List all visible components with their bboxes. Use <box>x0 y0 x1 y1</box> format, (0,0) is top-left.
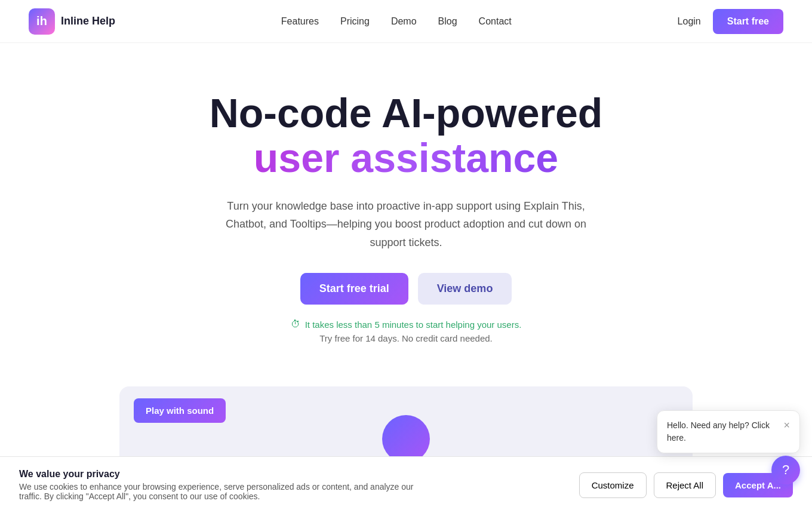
cookie-buttons: Customize Reject All Accept A... <box>579 472 793 483</box>
start-trial-button[interactable]: Start free trial <box>300 273 408 305</box>
logo-icon: ih <box>29 8 55 35</box>
hero-trust-line2: Try free for 14 days. No credit card nee… <box>319 333 493 343</box>
clock-icon: ⏱ <box>291 319 300 330</box>
reject-all-button[interactable]: Reject All <box>654 472 716 483</box>
chat-widget: Hello. Need any help? Click here. × <box>657 410 800 453</box>
nav-pricing[interactable]: Pricing <box>340 16 370 26</box>
hero-section: No-code AI-powered user assistance Turn … <box>137 43 675 372</box>
hero-buttons: Start free trial View demo <box>152 273 660 305</box>
hero-title-line2: user assistance <box>152 136 660 180</box>
view-demo-button[interactable]: View demo <box>418 273 512 305</box>
hero-trust-line1: ⏱ It takes less than 5 minutes to start … <box>291 319 522 330</box>
nav-blog[interactable]: Blog <box>438 16 457 26</box>
nav-features[interactable]: Features <box>281 16 319 26</box>
chat-icon: ? <box>782 462 789 478</box>
brand-name: Inline Help <box>61 15 115 27</box>
cookie-content: We value your privacy We use cookies to … <box>19 469 570 482</box>
hero-subtitle: Turn your knowledge base into proactive … <box>215 197 597 252</box>
nav-links: Features Pricing Demo Blog Contact <box>281 16 512 27</box>
play-with-sound-button[interactable]: Play with sound <box>134 398 226 423</box>
nav-start-free-button[interactable]: Start free <box>713 9 783 34</box>
cookie-banner: We value your privacy We use cookies to … <box>0 456 812 482</box>
cookie-title: We value your privacy <box>19 469 570 480</box>
navbar: ih Inline Help Features Pricing Demo Blo… <box>0 0 812 43</box>
chat-circle-button[interactable]: ? <box>771 456 800 482</box>
login-button[interactable]: Login <box>678 16 701 27</box>
nav-demo[interactable]: Demo <box>391 16 417 26</box>
logo[interactable]: ih Inline Help <box>29 8 115 35</box>
hero-trust: ⏱ It takes less than 5 minutes to start … <box>152 319 660 343</box>
chat-message: Hello. Need any help? Click here. <box>667 419 779 444</box>
hero-title-line1: No-code AI-powered <box>152 91 660 136</box>
nav-right: Login Start free <box>678 9 783 34</box>
nav-contact[interactable]: Contact <box>479 16 512 26</box>
customize-button[interactable]: Customize <box>579 472 647 483</box>
chat-close-button[interactable]: × <box>783 419 790 432</box>
chat-widget-header: Hello. Need any help? Click here. × <box>667 419 790 444</box>
